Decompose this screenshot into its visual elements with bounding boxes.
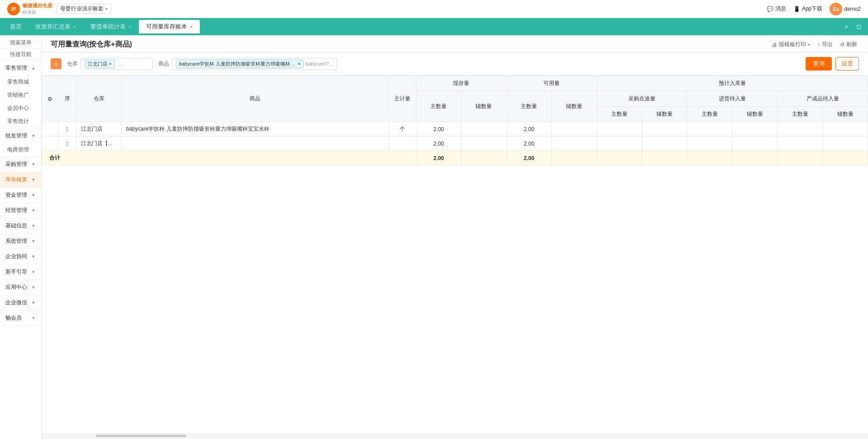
sidebar-section-title-wechat[interactable]: 企业微信 ▼ xyxy=(0,295,41,310)
sidebar-section-title-system[interactable]: 系统管理 ▼ xyxy=(0,234,41,249)
th-plan-group: 预计入库量 xyxy=(597,76,868,91)
horizontal-scrollbar[interactable] xyxy=(42,433,868,439)
industry-selector[interactable]: 母婴行业演示账套 ▾ xyxy=(56,4,112,14)
summary-avail-main: 2.00 xyxy=(506,151,552,165)
sidebar-section-vip: 畅会员 ▼ xyxy=(0,311,41,326)
sidebar-section-title-vip[interactable]: 畅会员 ▼ xyxy=(0,311,41,326)
sidebar-item-member[interactable]: 会员中心 xyxy=(0,102,41,115)
top-bar-left: 好 畅捷通好生意 标准版 母婴行业演示账套 ▾ xyxy=(7,2,112,15)
top-bar-right: 💬 消息 📱 App下载 Ea demo2 xyxy=(767,3,861,15)
th-stock-sub: 辅数量 xyxy=(461,91,506,122)
sidebar-quick-nav[interactable]: 快捷导航 xyxy=(0,49,41,61)
print-button[interactable]: 🖨 按模板打印 ▾ xyxy=(770,40,812,49)
sidebar-section-title-ops[interactable]: 经营管理 ▼ xyxy=(0,203,41,218)
summary-label: 合计 xyxy=(42,151,416,165)
chevron-icon: ▼ xyxy=(31,285,36,290)
logo-area: 好 畅捷通好生意 标准版 xyxy=(7,2,52,15)
sidebar-section-retail: 零售管理 ▲ 零售商城 营销推广 会员中心 零售统计 xyxy=(0,61,41,128)
tab-home[interactable]: 首页 xyxy=(4,20,28,33)
sidebar-section-title-appstore[interactable]: 应用中心 ▼ xyxy=(0,280,41,295)
logo-icon: 好 xyxy=(7,3,20,15)
page-header: 可用量查询(按仓库+商品) 🖨 按模板打印 ▾ ↑ 导出 ↺ 刷新 xyxy=(42,35,868,52)
export-icon: ↑ xyxy=(817,42,820,48)
query-button[interactable]: 查询 xyxy=(806,57,832,71)
th-avail-sub: 辅数量 xyxy=(552,91,597,122)
warehouse-tag[interactable]: 江北门店 × xyxy=(85,60,115,68)
sidebar-section-wholesale: 批发管理 ▼ 电商管理 xyxy=(0,128,41,157)
product-more-tag[interactable]: babycare?... xyxy=(306,61,333,66)
close-icon[interactable]: × xyxy=(190,24,193,29)
restore-button[interactable]: ⊡ xyxy=(854,21,864,32)
page-title: 可用量查询(按仓库+商品) xyxy=(51,40,132,49)
sidebar-section-title-purchase[interactable]: 采购管理 ▼ xyxy=(0,157,41,172)
warehouse-input[interactable]: 江北门店 × ... xyxy=(80,58,153,70)
messages-button[interactable]: 💬 消息 xyxy=(767,5,786,13)
sidebar-section-title-collab[interactable]: 企业协同 ▼ xyxy=(0,249,41,264)
sidebar-item-retail-stats[interactable]: 零售统计 xyxy=(0,115,41,128)
export-button[interactable]: ↑ 导出 xyxy=(816,40,835,49)
th-index: 序 xyxy=(58,76,76,122)
mobile-icon: 📱 xyxy=(793,6,800,12)
th-unit: 主计量 xyxy=(389,76,416,122)
chevron-icon: ▼ xyxy=(31,177,36,182)
chevron-icon: ▼ xyxy=(31,239,36,244)
sidebar-item-online-retail[interactable]: 零售商城 xyxy=(0,76,41,89)
avatar: Ea xyxy=(830,3,842,15)
th-warehouse: 仓库 xyxy=(76,76,122,122)
tab-available-stock[interactable]: 可用量库存账本 × xyxy=(139,20,200,33)
summary-stock-sub xyxy=(461,151,506,165)
th-purchase-transit-sub: 辅数量 xyxy=(642,107,687,122)
th-incoming-main: 主数量 xyxy=(687,107,732,122)
th-purchase-transit: 采购在途量 xyxy=(597,91,687,107)
sidebar-item-marketing[interactable]: 营销推广 xyxy=(0,89,41,102)
chevron-icon: ▼ xyxy=(31,162,36,167)
print-icon: 🖨 xyxy=(772,42,777,48)
user-profile[interactable]: Ea demo2 xyxy=(830,3,861,15)
th-production: 产成品待入量 xyxy=(778,91,868,107)
table-row: 1江北门店babycare学饮杯 儿童防摔防撞吸管杯重力球吸嘴杯宝宝水杯个2.0… xyxy=(42,122,868,137)
remove-tag-icon[interactable]: × xyxy=(298,61,301,66)
sidebar-item-ecommerce[interactable]: 电商管理 xyxy=(0,143,41,156)
sidebar-section-title-basic[interactable]: 基础信息 ▼ xyxy=(0,218,41,233)
sidebar-section-title-guide[interactable]: 新手引导 ▼ xyxy=(0,264,41,279)
data-table: ⚙ 序 仓库 商品 主计量 现存量 可用量 预计入库量 主数量 辅数量 主数量 … xyxy=(42,76,868,165)
chevron-icon: ▼ xyxy=(31,133,36,138)
sidebar: 搜索菜单 快捷导航 零售管理 ▲ 零售商城 营销推广 会员中心 零售统计 批发管… xyxy=(0,35,42,439)
settings-button[interactable]: 设置 xyxy=(835,57,859,71)
warehouse-ellipsis[interactable]: ... xyxy=(118,61,123,67)
th-purchase-transit-main: 主数量 xyxy=(597,107,642,122)
filter-area: » 仓库 江北门店 × ... 商品 babycare学饮杯 儿童防摔防撞吸管杯… xyxy=(42,52,868,76)
close-icon[interactable]: × xyxy=(73,24,76,29)
table-settings-icon[interactable]: ⚙ xyxy=(42,76,58,122)
summary-avail-sub xyxy=(552,151,597,165)
app-download-button[interactable]: 📱 App下载 xyxy=(793,5,822,13)
logo-text: 畅捷通好生意 标准版 xyxy=(23,2,52,15)
sidebar-search[interactable]: 搜索菜单 xyxy=(0,35,41,49)
th-incoming: 进货待入量 xyxy=(687,91,778,107)
tab-bar-controls: × ⊡ xyxy=(841,21,864,32)
tab-order-stats[interactable]: 要货单统计表 × xyxy=(83,20,138,33)
chevron-down-icon: ▾ xyxy=(105,6,108,11)
sidebar-section-title-inventory[interactable]: 库存核算 ▼ xyxy=(0,172,41,187)
remove-tag-icon[interactable]: × xyxy=(109,61,112,66)
sidebar-section-basic: 基础信息 ▼ xyxy=(0,218,41,234)
sidebar-section-title-finance[interactable]: 资金管理 ▼ xyxy=(0,188,41,203)
close-icon[interactable]: × xyxy=(128,24,131,29)
refresh-button[interactable]: ↺ 刷新 xyxy=(838,40,859,49)
sidebar-section-ops: 经营管理 ▼ xyxy=(0,203,41,218)
filter-toggle-button[interactable]: » xyxy=(51,58,61,69)
th-product: 商品 xyxy=(122,76,389,122)
product-input[interactable]: babycare学饮杯 儿童防摔防撞吸管杯重力球吸嘴杯宝宝水杯 × babyca… xyxy=(172,58,337,70)
sidebar-section-title-retail[interactable]: 零售管理 ▲ xyxy=(0,61,41,76)
close-all-tabs-button[interactable]: × xyxy=(841,21,852,32)
chevron-icon: ▼ xyxy=(31,300,36,305)
main-layout: 搜索菜单 快捷导航 零售管理 ▲ 零售商城 营销推广 会员中心 零售统计 批发管… xyxy=(0,35,868,439)
summary-pt-sub xyxy=(642,151,687,165)
sidebar-section-title-wholesale[interactable]: 批发管理 ▼ xyxy=(0,128,41,143)
chevron-icon: ▼ xyxy=(31,223,36,228)
th-available-group: 可用量 xyxy=(506,76,597,91)
product-tag-1[interactable]: babycare学饮杯 儿童防摔防撞吸管杯重力球吸嘴杯宝宝水杯 × xyxy=(176,60,304,68)
summary-inc-main xyxy=(687,151,732,165)
sidebar-section-guide: 新手引导 ▼ xyxy=(0,264,41,280)
tab-receive-send[interactable]: 收发存汇总表 × xyxy=(28,20,83,33)
